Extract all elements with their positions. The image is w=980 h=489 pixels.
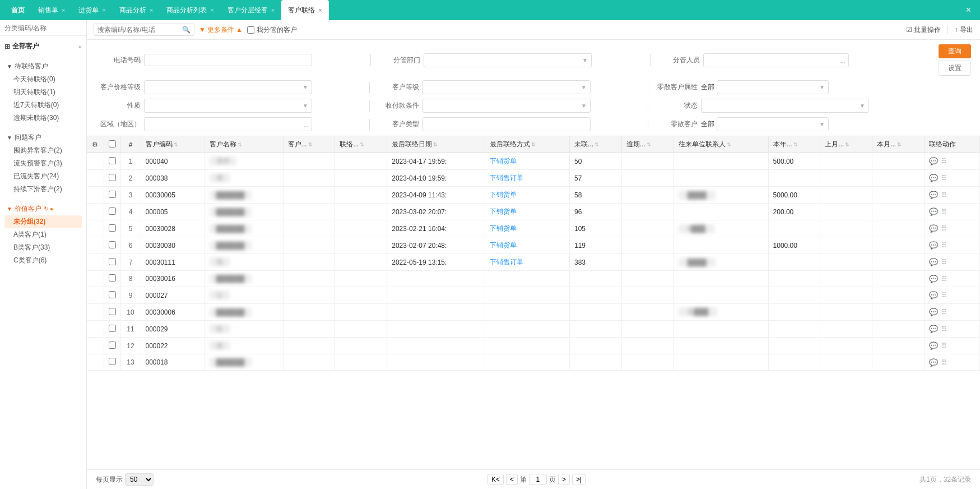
dept-select[interactable]: ▼ — [424, 53, 592, 67]
row-check-8[interactable] — [104, 287, 120, 304]
nav-home[interactable]: 首页 — [4, 0, 31, 20]
more-icon-4[interactable]: ⠿ — [941, 224, 947, 233]
contact-icon-4[interactable]: 💬 — [929, 224, 938, 233]
row-last-method-7[interactable] — [485, 271, 570, 287]
contact-icon-8[interactable]: 💬 — [929, 291, 938, 299]
sidebar-group-value[interactable]: ▼ 价值客户 ↻ ● — [4, 202, 82, 215]
close-analysis-tab[interactable]: × — [150, 7, 153, 13]
close-customer-tier-tab[interactable]: × — [271, 7, 275, 13]
contact-icon-1[interactable]: 💬 — [929, 174, 938, 182]
row-last-method-4[interactable]: 下销货单 — [485, 220, 570, 237]
row-last-method-12[interactable] — [485, 354, 570, 371]
reset-button[interactable]: 设置 — [939, 61, 971, 76]
contact-icon-10[interactable]: 💬 — [929, 325, 938, 333]
more-icon-6[interactable]: ⠿ — [941, 258, 947, 266]
refresh-icon[interactable]: ↻ — [44, 205, 49, 213]
customer-type-select[interactable] — [422, 117, 591, 131]
more-icon-5[interactable]: ⠿ — [941, 241, 947, 250]
col-contact[interactable]: 联络...⇅ — [335, 136, 387, 153]
nav-item-analysis[interactable]: 商品分析 × — [113, 0, 160, 20]
contact-icon-2[interactable]: 💬 — [929, 191, 938, 199]
sidebar-item-unclassified[interactable]: 未分组(32) — [4, 215, 82, 228]
col-overdue[interactable]: 逾期...⇅ — [621, 136, 674, 153]
more-icon-2[interactable]: ⠿ — [941, 191, 947, 199]
row-action-8[interactable]: 💬 ⠿ — [925, 287, 980, 304]
my-customers-checkbox[interactable]: 我分管的客户 — [247, 25, 297, 35]
export-btn[interactable]: ↑ 导出 — [955, 25, 973, 35]
close-analysis-list-tab[interactable]: × — [210, 7, 213, 13]
row-action-7[interactable]: 💬 ⠿ — [925, 271, 980, 287]
page-number-input[interactable] — [529, 474, 547, 485]
row-check-2[interactable] — [104, 187, 120, 204]
sidebar-item-class-c[interactable]: C类客户(6) — [4, 254, 82, 267]
nav-item-purchase[interactable]: 进货单 × — [72, 0, 112, 20]
sidebar-item-tomorrow[interactable]: 明天待联络(1) — [4, 86, 82, 99]
prev-page-btn[interactable]: < — [506, 474, 518, 485]
sidebar-item-churned[interactable]: 已流失客户(24) — [4, 170, 82, 183]
contact-icon-6[interactable]: 💬 — [929, 258, 938, 266]
nav-item-analysis-list[interactable]: 商品分析列表 × — [160, 0, 220, 20]
row-action-9[interactable]: 💬 ⠿ — [925, 304, 980, 321]
retail-attr-select[interactable]: ▼ — [717, 80, 829, 94]
more-icon-1[interactable]: ⠿ — [941, 174, 947, 182]
contact-icon-7[interactable]: 💬 — [929, 275, 938, 283]
col-settings[interactable]: ⚙ — [87, 136, 104, 153]
customer-level-select[interactable]: ▼ — [422, 80, 591, 94]
more-icon-0[interactable]: ⠿ — [941, 157, 947, 165]
col-customer-name[interactable]: 客户名称⇅ — [205, 136, 283, 153]
row-last-method-3[interactable]: 下销货单 — [485, 204, 570, 220]
sidebar-item-declining[interactable]: 持续下滑客户(2) — [4, 183, 82, 196]
contact-icon-5[interactable]: 💬 — [929, 241, 938, 250]
row-last-method-10[interactable] — [485, 321, 570, 338]
row-check-1[interactable] — [104, 170, 120, 187]
row-action-5[interactable]: 💬 ⠿ — [925, 237, 980, 254]
row-action-0[interactable]: 💬 ⠿ — [925, 153, 980, 170]
nav-item-customer-contact[interactable]: 客户联络 × — [281, 0, 328, 20]
col-check-all[interactable] — [104, 136, 120, 153]
row-action-6[interactable]: 💬 ⠿ — [925, 254, 980, 271]
row-check-9[interactable] — [104, 304, 120, 321]
search-input[interactable] — [97, 26, 180, 34]
row-check-3[interactable] — [104, 204, 120, 220]
sidebar-item-class-a[interactable]: A类客户(1) — [4, 228, 82, 241]
col-this-year[interactable]: 本年...⇅ — [768, 136, 820, 153]
row-check-0[interactable] — [104, 153, 120, 170]
col-last-method[interactable]: 最后联络方式⇅ — [485, 136, 570, 153]
row-last-method-1[interactable]: 下销售订单 — [485, 170, 570, 187]
more-icon-12[interactable]: ⠿ — [941, 358, 947, 367]
collapse-sidebar-btn[interactable]: « — [78, 43, 82, 50]
contact-icon-12[interactable]: 💬 — [929, 358, 938, 367]
contact-icon-9[interactable]: 💬 — [929, 308, 938, 316]
row-action-10[interactable]: 💬 ⠿ — [925, 321, 980, 338]
sidebar-item-churn-warning[interactable]: 流失预警客户(3) — [4, 157, 82, 170]
row-action-3[interactable]: 💬 ⠿ — [925, 204, 980, 220]
more-icon-3[interactable]: ⠿ — [941, 207, 947, 216]
query-button[interactable]: 查询 — [939, 44, 971, 58]
row-action-2[interactable]: 💬 ⠿ — [925, 187, 980, 204]
sidebar-item-overdue[interactable]: 逾期未联络(30) — [4, 112, 82, 124]
more-icon-10[interactable]: ⠿ — [941, 325, 947, 333]
sidebar-item-abnormal[interactable]: 囤购异常客户(2) — [4, 144, 82, 157]
row-check-10[interactable] — [104, 321, 120, 338]
sidebar-search[interactable]: 🔍 — [0, 20, 86, 36]
nav-item-sales[interactable]: 销售单 × — [31, 0, 72, 20]
filter-search-box[interactable]: 🔍 — [94, 24, 194, 36]
more-icon-7[interactable]: ⠿ — [941, 275, 947, 283]
row-check-6[interactable] — [104, 254, 120, 271]
row-last-method-9[interactable] — [485, 304, 570, 321]
col-customer-type[interactable]: 客户...⇅ — [283, 136, 335, 153]
row-action-1[interactable]: 💬 ⠿ — [925, 170, 980, 187]
retail-customer-select[interactable]: ▼ — [717, 117, 829, 131]
sidebar-item-class-b[interactable]: B类客户(33) — [4, 241, 82, 254]
my-customers-check[interactable] — [247, 26, 254, 34]
row-last-method-6[interactable]: 下销售订单 — [485, 254, 570, 271]
last-page-btn[interactable]: >| — [572, 474, 586, 485]
manager-select[interactable]: ... — [703, 53, 849, 67]
first-page-btn[interactable]: K< — [487, 474, 504, 485]
nature-select[interactable]: ▼ — [144, 99, 312, 113]
close-app-button[interactable]: × — [962, 5, 976, 15]
nav-item-customer-tier[interactable]: 客户分层经客 × — [221, 0, 281, 20]
more-icon-8[interactable]: ⠿ — [941, 291, 947, 299]
select-all-checkbox[interactable] — [109, 140, 116, 147]
col-customer-code[interactable]: 客户编码⇅ — [141, 136, 205, 153]
